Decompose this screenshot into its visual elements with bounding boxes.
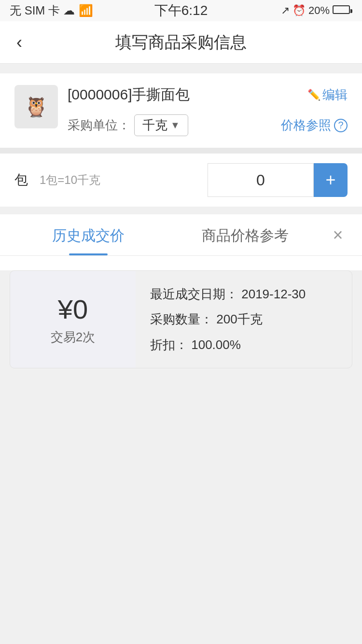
quantity-row: 包 1包=10千克 0 + <box>0 154 362 207</box>
transaction-count: 交易2次 <box>51 329 95 346</box>
quantity-plus-button[interactable]: + <box>314 163 348 197</box>
product-card: 🦉 [0000006]手撕面包 ✏️ 编辑 采购单位： 千克 ▼ 价格参照 ? <box>0 73 362 148</box>
section-divider <box>0 148 362 154</box>
product-image: 🦉 <box>14 85 58 128</box>
price-ref-icon: ? <box>334 119 348 132</box>
status-bar: 无 SIM 卡 ☁ 📶 下午6:12 ↗ ⏰ 20% <box>0 0 362 21</box>
quantity-conversion-hint: 1包=10千克 <box>40 172 198 188</box>
battery-percent: 20% <box>308 4 330 17</box>
quantity-unit-label: 包 <box>14 171 28 189</box>
product-info: [0000006]手撕面包 ✏️ 编辑 采购单位： 千克 ▼ 价格参照 ? <box>68 85 348 136</box>
transaction-discount-row: 折扣： 100.00% <box>150 336 337 353</box>
quantity-input[interactable]: 0 <box>208 163 314 197</box>
edit-button[interactable]: ✏️ 编辑 <box>307 86 348 103</box>
price-ref-label: 价格参照 <box>281 117 331 134</box>
unit-label-text: 采购单位： 千克 ▼ <box>68 114 188 136</box>
page-title: 填写商品采购信息 <box>115 31 247 54</box>
wifi-icon: 📶 <box>79 4 93 17</box>
unit-dropdown-arrow: ▼ <box>170 120 180 131</box>
date-value: 2019-12-30 <box>241 287 306 301</box>
alarm-icon: ⏰ <box>292 4 306 17</box>
quantity-value: 200千克 <box>216 312 262 326</box>
transaction-date-row: 最近成交日期： 2019-12-30 <box>150 285 337 303</box>
tab-content: ¥0 交易2次 最近成交日期： 2019-12-30 采购数量： 200千克 折… <box>0 270 362 560</box>
status-right: ↗ ⏰ 20% <box>281 4 352 17</box>
product-unit-row: 采购单位： 千克 ▼ 价格参照 ? <box>68 114 348 136</box>
unit-value: 千克 <box>142 117 167 134</box>
edit-label: 编辑 <box>322 86 348 103</box>
transaction-card: ¥0 交易2次 最近成交日期： 2019-12-30 采购数量： 200千克 折… <box>10 270 352 368</box>
tab-price-reference[interactable]: 商品价格参考 <box>167 214 323 255</box>
price-reference-button[interactable]: 价格参照 ? <box>281 117 348 134</box>
transaction-summary: ¥0 交易2次 <box>10 271 136 368</box>
tabs-section: 历史成交价 商品价格参考 × ¥0 交易2次 最近成交日期： 2019-12-3… <box>0 214 362 560</box>
tab-history-price[interactable]: 历史成交价 <box>10 214 167 255</box>
product-name: [0000006]手撕面包 <box>68 85 190 105</box>
unit-select[interactable]: 千克 ▼ <box>134 114 188 136</box>
back-button[interactable]: ‹ <box>12 28 27 57</box>
status-left: 无 SIM 卡 ☁ 📶 <box>10 3 93 18</box>
discount-value: 100.00% <box>191 337 241 352</box>
battery-icon <box>333 4 352 17</box>
date-label: 最近成交日期： <box>150 287 238 301</box>
tabs-header: 历史成交价 商品价格参考 × <box>0 214 362 256</box>
location-icon: ↗ <box>281 4 290 17</box>
status-time: 下午6:12 <box>154 1 208 20</box>
product-header: [0000006]手撕面包 ✏️ 编辑 <box>68 85 348 105</box>
tabs-close-button[interactable]: × <box>323 215 352 255</box>
nav-bar: ‹ 填写商品采购信息 <box>0 21 362 64</box>
transaction-quantity-row: 采购数量： 200千克 <box>150 310 337 328</box>
product-thumbnail: 🦉 <box>24 96 48 118</box>
edit-icon: ✏️ <box>307 89 320 101</box>
discount-label: 折扣： <box>150 337 188 352</box>
transaction-price: ¥0 <box>58 294 88 325</box>
transaction-details: 最近成交日期： 2019-12-30 采购数量： 200千克 折扣： 100.0… <box>136 271 352 368</box>
quantity-label: 采购数量： <box>150 312 213 326</box>
quantity-input-wrap: 0 + <box>208 163 348 197</box>
network-label: 无 SIM 卡 ☁ <box>10 3 75 18</box>
